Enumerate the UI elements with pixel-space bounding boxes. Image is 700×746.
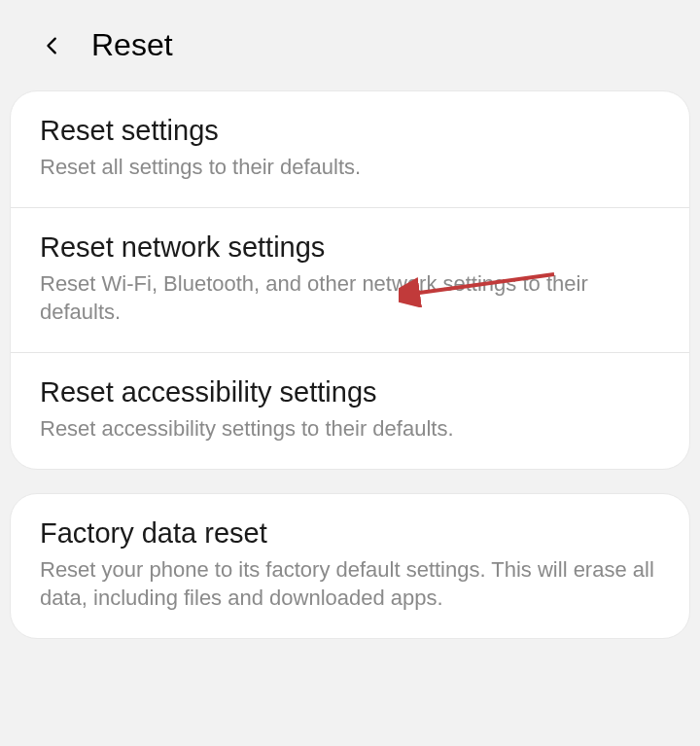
item-description: Reset accessibility settings to their de…	[40, 414, 660, 444]
page-header: Reset	[0, 0, 700, 90]
reset-accessibility-settings-item[interactable]: Reset accessibility settings Reset acces…	[11, 353, 689, 469]
item-title: Reset settings	[40, 115, 660, 147]
reset-network-settings-item[interactable]: Reset network settings Reset Wi-Fi, Blue…	[11, 208, 689, 353]
item-title: Reset accessibility settings	[40, 376, 660, 409]
factory-reset-card: Factory data reset Reset your phone to i…	[10, 493, 690, 639]
item-title: Reset network settings	[40, 231, 660, 264]
item-description: Reset all settings to their defaults.	[40, 153, 660, 182]
page-title: Reset	[91, 27, 173, 63]
item-description: Reset Wi-Fi, Bluetooth, and other networ…	[40, 269, 660, 327]
item-description: Reset your phone to its factory default …	[40, 555, 660, 613]
back-icon[interactable]	[41, 34, 64, 57]
reset-settings-item[interactable]: Reset settings Reset all settings to the…	[11, 91, 689, 208]
reset-options-card: Reset settings Reset all settings to the…	[10, 90, 690, 470]
item-title: Factory data reset	[40, 517, 660, 550]
factory-data-reset-item[interactable]: Factory data reset Reset your phone to i…	[11, 494, 689, 638]
